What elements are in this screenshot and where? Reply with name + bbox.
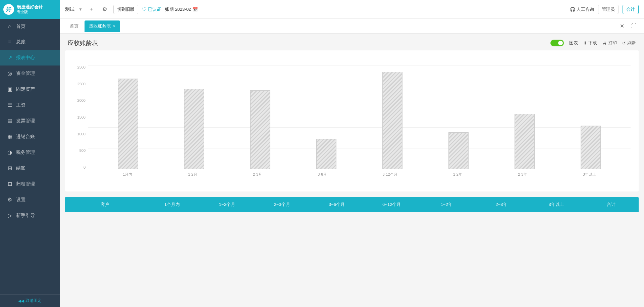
manager-button[interactable]: 管理员 bbox=[598, 5, 619, 14]
content-area: 应收账龄表 图表 ⬇ 下载 🖨 打印 ↺ 刷新 bbox=[60, 34, 644, 307]
sidebar-item-label: 税务管理 bbox=[16, 149, 35, 156]
print-button[interactable]: 🖨 打印 bbox=[602, 40, 617, 46]
fixed-assets-icon: ▣ bbox=[7, 86, 13, 92]
tab-label: 应收账龄表 bbox=[89, 23, 111, 29]
project-name: 测试 bbox=[65, 6, 74, 12]
settings-icon: ⚙ bbox=[7, 196, 13, 203]
sidebar-item-payroll[interactable]: ☰ 工资 bbox=[0, 97, 60, 113]
expand-button[interactable]: ⛶ bbox=[629, 21, 639, 31]
cancel-fixed-label: 取消固定 bbox=[25, 298, 42, 304]
calendar-icon[interactable]: 📅 bbox=[193, 7, 198, 12]
y-label: 1000 bbox=[77, 132, 86, 136]
download-label: 下载 bbox=[588, 40, 597, 46]
chart-container: 2500 2500 2000 1500 1000 500 0 bbox=[73, 58, 631, 179]
close-tab-button[interactable]: ✕ bbox=[617, 21, 627, 31]
sidebar-item-label: 发票管理 bbox=[16, 118, 35, 124]
sidebar: 好 畅捷通好会计 专业版 ⌂ 首页 ≡ 总账 ↗ 报表中心 ◎ 资金管理 ▣ 固… bbox=[0, 0, 60, 307]
sidebar-item-guide[interactable]: ▷ 新手引导 bbox=[0, 208, 60, 223]
period-label: 账期 bbox=[165, 6, 174, 12]
tab-aging[interactable]: 应收账龄表 × bbox=[85, 20, 120, 32]
sales-icon: ▦ bbox=[7, 133, 13, 140]
th-1-2year: 1~2年 bbox=[419, 197, 474, 212]
verified-badge: 🛡 已认证 bbox=[142, 6, 161, 12]
bar-group bbox=[581, 126, 601, 169]
sidebar-item-tax[interactable]: ◑ 税务管理 bbox=[0, 144, 60, 160]
print-label: 打印 bbox=[608, 40, 617, 46]
consult-button[interactable]: 🎧 人工咨询 bbox=[570, 6, 594, 12]
chart-bars bbox=[88, 65, 631, 169]
y-label: 2500 bbox=[77, 82, 86, 86]
sidebar-cancel-fixed-btn[interactable]: ◀◀ 取消固定 bbox=[0, 294, 60, 307]
invoice-icon: ▤ bbox=[7, 118, 13, 124]
topbar: 测试 ▼ ＋ ⚙ 切到旧版 🛡 已认证 账期 2023-02 📅 🎧 人工咨询 … bbox=[60, 0, 644, 19]
x-label-2: 1-2月 bbox=[188, 172, 197, 177]
th-total: 合计 bbox=[584, 197, 639, 212]
closing-icon: ⊞ bbox=[7, 165, 13, 171]
sidebar-item-label: 设置 bbox=[16, 197, 25, 203]
th-1month: 1个月内 bbox=[145, 197, 200, 212]
y-label: 2000 bbox=[77, 98, 86, 102]
headset-icon: 🎧 bbox=[570, 7, 575, 12]
consult-label: 人工咨询 bbox=[577, 6, 594, 12]
bar-group bbox=[250, 90, 270, 169]
sidebar-item-ledger[interactable]: ≡ 总账 bbox=[0, 34, 60, 50]
sidebar-item-closing[interactable]: ⊞ 结账 bbox=[0, 160, 60, 176]
tax-icon: ◑ bbox=[7, 149, 13, 156]
table-header: 客户 1个月内 1~2个月 2~3个月 3~6个月 6~12个月 1~2年 2~… bbox=[65, 197, 639, 212]
sidebar-item-sales[interactable]: ▦ 进销台账 bbox=[0, 129, 60, 144]
add-button[interactable]: ＋ bbox=[87, 5, 96, 14]
period-display: 账期 2023-02 📅 bbox=[165, 6, 198, 12]
table-area: 客户 1个月内 1~2个月 2~3个月 3~6个月 6~12个月 1~2年 2~… bbox=[65, 197, 639, 212]
refresh-icon: ↺ bbox=[622, 41, 626, 46]
sidebar-item-archive[interactable]: ⊟ 归档管理 bbox=[0, 176, 60, 192]
main-content: 测试 ▼ ＋ ⚙ 切到旧版 🛡 已认证 账期 2023-02 📅 🎧 人工咨询 … bbox=[60, 0, 644, 307]
bar-group bbox=[448, 132, 469, 169]
switch-version-button[interactable]: 切到旧版 bbox=[113, 5, 138, 14]
tabbar-actions: ✕ ⛶ bbox=[617, 21, 639, 31]
settings-button[interactable]: ⚙ bbox=[100, 5, 109, 14]
bar-group bbox=[515, 114, 535, 169]
project-dropdown-icon[interactable]: ▼ bbox=[78, 7, 83, 12]
sidebar-item-funds[interactable]: ◎ 资金管理 bbox=[0, 65, 60, 81]
home-icon: ⌂ bbox=[7, 24, 13, 30]
bar-6-12month bbox=[382, 72, 402, 169]
sidebar-item-label: 进销台账 bbox=[16, 134, 35, 140]
x-label-7: 2-3年 bbox=[518, 172, 527, 177]
th-2-3year: 2~3年 bbox=[474, 197, 529, 212]
app-name: 畅捷通好会计 bbox=[17, 4, 43, 10]
th-1-2month: 1~2个月 bbox=[200, 197, 255, 212]
ledger-icon: ≡ bbox=[7, 39, 13, 45]
sidebar-item-label: 工资 bbox=[16, 102, 25, 108]
download-icon: ⬇ bbox=[583, 41, 587, 46]
bar-3plus-year bbox=[581, 126, 601, 169]
tab-home[interactable]: 首页 bbox=[65, 20, 83, 32]
sidebar-item-label: 报表中心 bbox=[16, 55, 35, 61]
chart-y-axis: 2500 2500 2000 1500 1000 500 0 bbox=[73, 65, 88, 179]
sidebar-item-fixed-assets[interactable]: ▣ 固定资产 bbox=[0, 81, 60, 97]
y-label: 1500 bbox=[77, 115, 86, 119]
sidebar-item-reports[interactable]: ↗ 报表中心 bbox=[0, 50, 60, 65]
x-axis-labels: 1月内 1-2月 2-3月 3-6月 6-12个月 1-2年 2-3年 3年以上 bbox=[88, 169, 631, 179]
tabbar: 首页 应收账龄表 × ✕ ⛶ bbox=[60, 19, 644, 34]
chart-body: 1月内 1-2月 2-3月 3-6月 6-12个月 1-2年 2-3年 3年以上 bbox=[88, 65, 631, 179]
x-label-5: 6-12个月 bbox=[383, 172, 397, 177]
sidebar-item-invoice[interactable]: ▤ 发票管理 bbox=[0, 113, 60, 129]
sidebar-item-label: 资金管理 bbox=[16, 71, 35, 77]
funds-icon: ◎ bbox=[7, 70, 13, 77]
guide-icon: ▷ bbox=[7, 212, 13, 219]
download-button[interactable]: ⬇ 下载 bbox=[583, 40, 597, 46]
sidebar-item-label: 总账 bbox=[16, 39, 25, 45]
y-label: 500 bbox=[79, 148, 86, 152]
bar-1-2month bbox=[184, 89, 204, 169]
refresh-button[interactable]: ↺ 刷新 bbox=[622, 40, 636, 46]
sidebar-item-home[interactable]: ⌂ 首页 bbox=[0, 19, 60, 34]
accountant-button[interactable]: 会计 bbox=[623, 5, 639, 14]
chart-toggle[interactable] bbox=[550, 40, 564, 46]
bar-group bbox=[382, 72, 402, 169]
sidebar-item-settings[interactable]: ⚙ 设置 bbox=[0, 192, 60, 208]
sidebar-item-label: 固定资产 bbox=[16, 86, 35, 92]
sidebar-item-label: 结账 bbox=[16, 165, 25, 171]
bar-group bbox=[184, 89, 204, 169]
tab-close-icon[interactable]: × bbox=[113, 24, 115, 29]
print-icon: 🖨 bbox=[602, 41, 607, 46]
